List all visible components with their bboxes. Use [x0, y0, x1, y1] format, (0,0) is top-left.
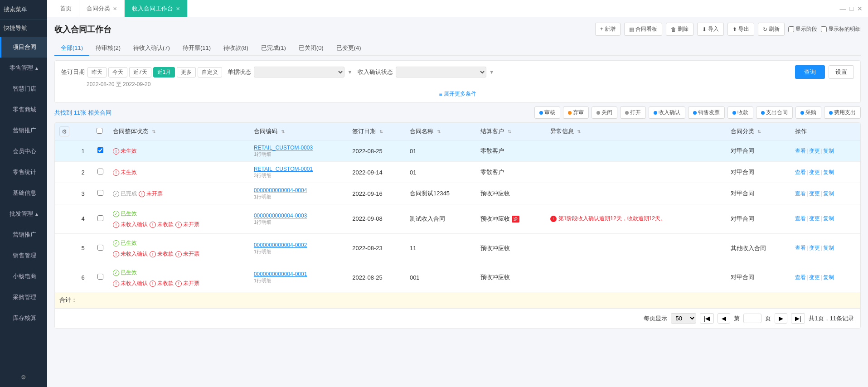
filter-tab-pending-payment[interactable]: 待收款(8) [217, 41, 255, 56]
col-status-header[interactable]: 合同整体状态 ⇅ [108, 123, 249, 140]
income-confirm-select[interactable] [396, 67, 486, 77]
sidebar-item-sales-mgmt[interactable]: 销售管理 [0, 245, 47, 266]
sidebar-item-base-info[interactable]: 基础信息 [0, 183, 47, 203]
filter-tab-pending-review[interactable]: 待审核(2) [89, 41, 127, 56]
contract-code-link[interactable]: 0000000000004-0004 [254, 187, 307, 194]
row-checkbox[interactable] [97, 169, 103, 174]
last-page-btn[interactable]: ▶| [791, 313, 805, 324]
show-phase-checkbox[interactable] [788, 26, 794, 32]
action-btn-open[interactable]: 打开 [620, 106, 646, 119]
table-row[interactable]: 3✓已完成!未开票0000000000004-00041行明细2022-09-1… [55, 183, 860, 204]
table-settings-icon[interactable]: ⚙ [59, 126, 69, 136]
reset-button[interactable]: 设置 [829, 65, 854, 79]
filter-tab-pending-confirm[interactable]: 待收入确认(7) [127, 41, 176, 56]
action-btn-income-confirm[interactable]: 收入确认 [649, 106, 685, 119]
action-btn-review[interactable]: 审核 [534, 106, 560, 119]
date-btn-today[interactable]: 今天 [108, 67, 127, 77]
col-name-header[interactable]: 合同名称 ⇅ [405, 123, 476, 140]
op-btn-变更[interactable]: 变更 [809, 148, 820, 154]
sidebar-search[interactable]: 搜索菜单 [0, 0, 47, 19]
sidebar-item-inventory[interactable]: 库存核算 [0, 308, 47, 329]
page-size-select[interactable]: 102050100 [671, 313, 696, 324]
op-btn-变更[interactable]: 变更 [809, 190, 820, 197]
first-page-btn[interactable]: |◀ [700, 313, 714, 324]
op-btn-复制[interactable]: 复制 [823, 190, 834, 197]
close-btn[interactable]: ✕ [857, 5, 863, 12]
refresh-button[interactable]: ↻ 刷新 [758, 23, 785, 36]
op-btn-查看[interactable]: 查看 [795, 245, 806, 251]
op-btn-查看[interactable]: 查看 [795, 274, 806, 281]
contract-code-link[interactable]: RETAIL_CUSTOM-0003 [254, 145, 313, 151]
op-btn-复制[interactable]: 复制 [823, 215, 834, 222]
add-button[interactable]: + 新增 [595, 23, 621, 36]
op-btn-变更[interactable]: 变更 [809, 274, 820, 281]
sidebar-item-project[interactable]: 项目合同 [0, 37, 47, 58]
sidebar-item-retail-stat[interactable]: 零售统计 [0, 162, 47, 183]
sidebar-item-ecommerce[interactable]: 小畅电商 [0, 266, 47, 287]
query-button[interactable]: 查询 [795, 65, 825, 79]
row-checkbox[interactable] [97, 245, 103, 251]
op-btn-复制[interactable]: 复制 [823, 169, 834, 175]
table-row[interactable]: 5✓已生效!未收入确认!未收款!未开票0000000000004-00021行明… [55, 233, 860, 263]
prev-page-btn[interactable]: ◀ [718, 313, 730, 324]
tab-home[interactable]: 首页 [53, 0, 79, 17]
tab-close-icon[interactable]: ✕ [113, 6, 117, 11]
dashboard-button[interactable]: ▦ 合同看板 [624, 23, 662, 36]
tab-close-icon[interactable]: ✕ [176, 6, 180, 11]
import-button[interactable]: ⬇ 导入 [697, 23, 724, 36]
row-checkbox[interactable] [97, 147, 103, 153]
op-btn-变更[interactable]: 变更 [809, 215, 820, 222]
op-btn-复制[interactable]: 复制 [823, 274, 834, 281]
table-row[interactable]: 2!未生效RETAIL_CUSTOM-00013行明细2022-09-1401零… [55, 162, 860, 183]
row-checkbox[interactable] [97, 215, 103, 221]
col-customer-header[interactable]: 结算客户 ⇅ [476, 123, 545, 140]
col-error-header[interactable]: 异常信息 ⇅ [546, 123, 726, 140]
show-detail-checkbox[interactable] [821, 26, 827, 32]
op-btn-变更[interactable]: 变更 [809, 245, 820, 251]
sidebar-item-purchase[interactable]: 采购管理 [0, 287, 47, 308]
delete-button[interactable]: 🗑 删除 [666, 23, 693, 36]
date-btn-last1month[interactable]: 近1月 [153, 67, 175, 77]
doc-status-select[interactable] [254, 67, 344, 77]
op-btn-复制[interactable]: 复制 [823, 148, 834, 154]
sidebar-item-wholesale[interactable]: 批发管理 ▲ [0, 203, 47, 224]
row-checkbox[interactable] [97, 274, 103, 280]
col-type-header[interactable]: 合同分类 ⇅ [726, 123, 790, 140]
sidebar-item-marketing[interactable]: 营销推广 [0, 120, 47, 141]
action-btn-fee-out[interactable]: 费用支出 [824, 106, 861, 119]
filter-tab-pending-invoice[interactable]: 待开票(11) [176, 41, 217, 56]
op-btn-查看[interactable]: 查看 [795, 148, 806, 154]
tab-income-workbench[interactable]: 收入合同工作台✕ [125, 0, 188, 17]
select-all-checkbox[interactable] [97, 128, 102, 134]
filter-tab-closed[interactable]: 已关闭(0) [292, 41, 330, 56]
action-btn-payment[interactable]: 收款 [727, 106, 753, 119]
contract-code-link[interactable]: 0000000000004-0001 [254, 271, 307, 277]
sidebar-settings-icon[interactable]: ⚙ [0, 368, 47, 387]
contract-code-link[interactable]: 0000000000004-0003 [254, 213, 307, 219]
filter-tab-all[interactable]: 全部(11) [54, 41, 89, 56]
filter-tab-completed[interactable]: 已完成(1) [255, 41, 292, 56]
contract-code-link[interactable]: RETAIL_CUSTOM-0001 [254, 166, 313, 172]
next-page-btn[interactable]: ▶ [775, 313, 787, 324]
export-button[interactable]: ⬆ 导出 [727, 23, 754, 36]
op-btn-查看[interactable]: 查看 [795, 215, 806, 222]
op-btn-变更[interactable]: 变更 [809, 169, 820, 175]
table-row[interactable]: 6✓已生效!未收入确认!未收款!未开票0000000000004-00011行明… [55, 263, 860, 292]
sidebar-item-member[interactable]: 会员中心 [0, 141, 47, 162]
table-row[interactable]: 1!未生效RETAIL_CUSTOM-00031行明细2022-08-2501零… [55, 140, 860, 162]
contract-code-link[interactable]: 0000000000004-0002 [254, 242, 307, 248]
sidebar-item-retail-mall[interactable]: 零售商城 [0, 99, 47, 120]
action-btn-purchase[interactable]: 采购 [795, 106, 821, 119]
page-input[interactable]: 1 [743, 314, 761, 323]
op-btn-查看[interactable]: 查看 [795, 169, 806, 175]
row-checkbox[interactable] [97, 190, 103, 196]
tab-contract-type[interactable]: 合同分类✕ [79, 0, 125, 17]
sidebar-nav[interactable]: 快捷导航 [0, 19, 47, 37]
minimize-btn[interactable]: — [840, 5, 846, 12]
col-code-header[interactable]: 合同编码 ⇅ [249, 123, 348, 140]
action-btn-abandon[interactable]: 弃审 [563, 106, 589, 119]
sidebar-item-retail-mgmt[interactable]: 零售管理 ▲ [0, 58, 47, 78]
filter-tab-changed[interactable]: 已变更(4) [330, 41, 368, 56]
expand-conditions-button[interactable]: ≡ 展开更多条件 [439, 90, 476, 98]
date-btn-custom[interactable]: 自定义 [198, 67, 222, 77]
